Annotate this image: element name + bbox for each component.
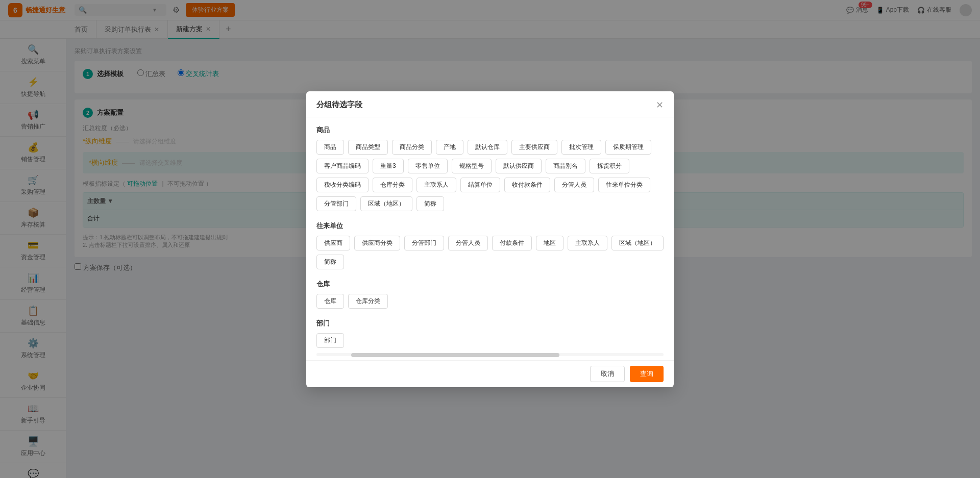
field-tag[interactable]: 主要供应商: [511, 140, 557, 155]
modal-overlay: 分组待选字段 ✕ 商品商品商品类型商品分类产地默认仓库主要供应商批次管理保质期管…: [0, 0, 980, 478]
section-title: 部门: [316, 319, 664, 328]
field-tag[interactable]: 商品类型: [348, 140, 388, 155]
field-section-商品: 商品商品商品类型商品分类产地默认仓库主要供应商批次管理保质期管理客户商品编码重量…: [316, 125, 664, 211]
field-tag[interactable]: 仓库: [316, 294, 344, 309]
field-tag[interactable]: 税收分类编码: [316, 178, 369, 192]
field-tag[interactable]: 重量3: [373, 159, 404, 173]
close-icon[interactable]: ✕: [656, 99, 664, 111]
field-tag[interactable]: 客户商品编码: [316, 159, 369, 173]
section-title: 仓库: [316, 280, 664, 289]
field-tag[interactable]: 供应商: [316, 236, 350, 250]
field-tag[interactable]: 区域（地区）: [611, 236, 664, 250]
field-section-部门: 部门部门: [316, 319, 664, 348]
field-tag[interactable]: 零售单位: [408, 159, 448, 173]
field-selection-modal: 分组待选字段 ✕ 商品商品商品类型商品分类产地默认仓库主要供应商批次管理保质期管…: [306, 91, 674, 387]
field-tag[interactable]: 结算单位: [460, 178, 500, 192]
field-tag[interactable]: 仓库分类: [348, 294, 388, 309]
confirm-button[interactable]: 查询: [630, 366, 664, 382]
field-tag[interactable]: 简称: [316, 255, 344, 269]
field-section-仓库: 仓库仓库仓库分类: [316, 280, 664, 309]
field-tag[interactable]: 产地: [436, 140, 463, 155]
field-tag[interactable]: 批次管理: [561, 140, 601, 155]
field-section-往来单位: 往来单位供应商供应商分类分管部门分管人员付款条件地区主联系人区域（地区）简称: [316, 221, 664, 269]
field-tag[interactable]: 分管部门: [404, 236, 444, 250]
field-tag[interactable]: 主联系人: [568, 236, 607, 250]
field-tag[interactable]: 规格型号: [452, 159, 492, 173]
cancel-button[interactable]: 取消: [590, 366, 625, 382]
scrollbar-thumb: [351, 353, 559, 357]
field-tag[interactable]: 拣货积分: [590, 159, 629, 173]
field-tag[interactable]: 区域（地区）: [360, 196, 412, 211]
modal-body[interactable]: 商品商品商品类型商品分类产地默认仓库主要供应商批次管理保质期管理客户商品编码重量…: [306, 117, 674, 354]
field-tag[interactable]: 仓库分类: [373, 178, 412, 192]
section-title: 商品: [316, 125, 664, 135]
field-tag[interactable]: 分管人员: [448, 236, 488, 250]
field-tag[interactable]: 地区: [536, 236, 564, 250]
field-tag[interactable]: 商品: [316, 140, 344, 155]
field-tag[interactable]: 默认仓库: [468, 140, 507, 155]
field-tag[interactable]: 分管人员: [554, 178, 594, 192]
field-tag[interactable]: 简称: [416, 196, 444, 211]
field-tag[interactable]: 付款条件: [492, 236, 532, 250]
field-tags: 供应商供应商分类分管部门分管人员付款条件地区主联系人区域（地区）简称: [316, 236, 664, 269]
field-tag[interactable]: 往来单位分类: [598, 178, 650, 192]
field-tag[interactable]: 主联系人: [416, 178, 456, 192]
field-tags: 仓库仓库分类: [316, 294, 664, 309]
horizontal-scrollbar[interactable]: [316, 353, 664, 356]
modal-title: 分组待选字段: [316, 100, 362, 110]
modal-footer: 取消 查询: [306, 360, 674, 387]
field-tag[interactable]: 默认供应商: [496, 159, 542, 173]
field-tag[interactable]: 收付款条件: [504, 178, 550, 192]
modal-header: 分组待选字段 ✕: [306, 91, 674, 117]
field-tag[interactable]: 分管部门: [316, 196, 356, 211]
field-tags: 商品商品类型商品分类产地默认仓库主要供应商批次管理保质期管理客户商品编码重量3零…: [316, 140, 664, 211]
field-tag[interactable]: 保质期管理: [605, 140, 651, 155]
field-tags: 部门: [316, 333, 664, 348]
field-tag[interactable]: 商品别名: [546, 159, 585, 173]
field-tag[interactable]: 供应商分类: [354, 236, 400, 250]
field-tag[interactable]: 部门: [316, 333, 344, 348]
section-title: 往来单位: [316, 221, 664, 231]
field-tag[interactable]: 商品分类: [392, 140, 432, 155]
